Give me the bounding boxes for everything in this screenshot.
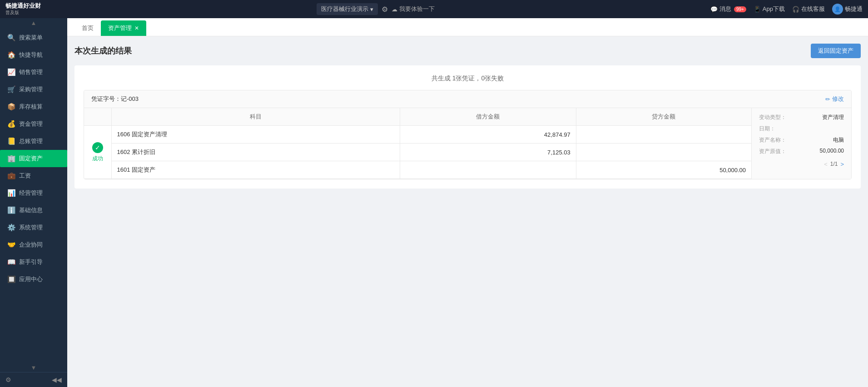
side-change-type: 变动类型： 资产清理	[759, 114, 844, 121]
tab-asset-mgmt[interactable]: 资产管理 ✕	[101, 20, 146, 36]
page-title: 本次生成的结果	[74, 45, 132, 56]
cell-subject-0: 1606 固定资产清理	[111, 126, 400, 144]
nav-icon-purchase: 🛒	[7, 85, 15, 94]
nav-label-enterprise: 企业协同	[19, 241, 43, 249]
settings-icon-btn[interactable]: ⚙	[382, 5, 388, 14]
logo: 畅捷通好业财 普及版	[5, 2, 41, 16]
cell-credit-2: 50,000.00	[576, 161, 751, 179]
dropdown-icon: ▾	[370, 6, 373, 13]
topbar-center: 医疗器械行业演示 ▾ ⚙ ☁ 我要体验一下	[317, 3, 435, 15]
side-pagination: < 1/1 >	[759, 161, 844, 168]
subject-code-2[interactable]: 1601 固定资产	[117, 166, 156, 173]
asset-name-label: 资产名称：	[759, 136, 786, 144]
topbar: 畅捷通好业财 普及版 医疗器械行业演示 ▾ ⚙ ☁ 我要体验一下 💬 消息 99…	[0, 0, 868, 18]
nav-label-inventory: 库存核算	[19, 103, 43, 111]
th-credit: 贷方金额	[576, 108, 751, 126]
sidebar-collapse-icon[interactable]: ◀◀	[52, 376, 62, 383]
sidebar-item-guide[interactable]: 📖新手引导	[0, 253, 67, 271]
nav-label-guide: 新手引导	[19, 258, 43, 266]
sidebar-item-purchase[interactable]: 🛒采购管理	[0, 81, 67, 98]
nav-icon-fixed-assets: 🏢	[7, 154, 15, 163]
th-subject: 科目	[111, 108, 400, 126]
tabs-bar: 首页 资产管理 ✕	[67, 18, 868, 36]
return-btn[interactable]: 返回固定资产	[811, 44, 861, 58]
sidebar-item-base-info[interactable]: ℹ️基础信息	[0, 202, 67, 219]
asset-value-label: 资产原值：	[759, 148, 786, 155]
nav-icon-funds: 💰	[7, 120, 15, 128]
logo-main: 畅捷通好业财	[5, 2, 41, 10]
sidebar: ▲ 🔍搜索菜单🏠快捷导航📈销售管理🛒采购管理📦库存核算💰资金管理📒总账管理🏢固定…	[0, 18, 67, 387]
nav-icon-ledger: 📒	[7, 137, 15, 145]
sidebar-scroll-up[interactable]: ▲	[0, 18, 67, 27]
online-service-label: 在线客服	[801, 5, 825, 13]
table-row: 1601 固定资产50,000.00	[84, 161, 751, 179]
tab-close-icon[interactable]: ✕	[134, 25, 139, 31]
cell-debit-1: 7,125.03	[400, 144, 576, 161]
voucher-body: 科目 借方金额 贷方金额 ✓ 成功 1606 固定资产清理42,874.9716…	[84, 108, 851, 179]
prev-page-btn[interactable]: <	[824, 161, 828, 168]
main-area: 首页 资产管理 ✕ 本次生成的结果 返回固定资产 共生成 1张凭证，0张失败 凭…	[67, 18, 868, 387]
side-asset-name: 资产名称： 电脑	[759, 136, 844, 144]
cell-credit-0	[576, 126, 751, 144]
sidebar-settings-icon[interactable]: ⚙	[5, 376, 11, 383]
sidebar-scroll-down[interactable]: ▼	[0, 363, 67, 372]
sidebar-item-app-center[interactable]: 🔲应用中心	[0, 271, 67, 288]
nav-label-salary: 工资	[19, 172, 31, 180]
nav-icon-operations: 📊	[7, 189, 15, 197]
experience-label: 我要体验一下	[399, 5, 435, 13]
messages-btn[interactable]: 💬 消息 99+	[710, 5, 746, 13]
user-menu[interactable]: 👤 畅捷通	[832, 4, 863, 15]
sidebar-item-quick-nav[interactable]: 🏠快捷导航	[0, 46, 67, 64]
avatar: 👤	[832, 4, 843, 15]
edit-btn[interactable]: ✏ 修改	[825, 95, 844, 103]
company-name: 医疗器械行业演示	[321, 5, 368, 13]
mobile-icon: 📱	[754, 6, 761, 13]
sidebar-item-ledger[interactable]: 📒总账管理	[0, 133, 67, 150]
sidebar-item-funds[interactable]: 💰资金管理	[0, 115, 67, 133]
voucher-table-wrap: 科目 借方金额 贷方金额 ✓ 成功 1606 固定资产清理42,874.9716…	[84, 108, 751, 179]
sidebar-item-inventory[interactable]: 📦库存核算	[0, 98, 67, 115]
message-icon: 💬	[710, 6, 718, 13]
nav-label-system: 系统管理	[19, 223, 43, 232]
change-type-label: 变动类型：	[759, 114, 786, 121]
nav-icon-salary: 💼	[7, 172, 15, 180]
cell-debit-2	[400, 161, 576, 179]
sidebar-item-salary[interactable]: 💼工资	[0, 167, 67, 184]
nav-icon-search: 🔍	[7, 34, 15, 42]
subject-code-0[interactable]: 1606 固定资产清理	[117, 131, 168, 138]
cloud-icon: ☁	[392, 6, 397, 13]
cell-subject-2: 1601 固定资产	[111, 161, 400, 179]
nav-label-purchase: 采购管理	[19, 85, 43, 94]
result-panel: 共生成 1张凭证，0张失败 凭证字号：记-003 ✏ 修改	[74, 65, 861, 189]
next-page-btn[interactable]: >	[840, 161, 844, 168]
sidebar-bottom: ⚙ ◀◀	[0, 372, 67, 387]
nav-icon-system: ⚙️	[7, 223, 15, 232]
table-row: 1602 累计折旧7,125.03	[84, 144, 751, 161]
nav-icon-sales: 📈	[7, 68, 15, 76]
experience-btn[interactable]: ☁ 我要体验一下	[392, 5, 435, 13]
date-label: 日期：	[759, 125, 775, 133]
sidebar-item-sales[interactable]: 📈销售管理	[0, 64, 67, 81]
nav-label-sales: 销售管理	[19, 68, 43, 76]
tab-home[interactable]: 首页	[74, 20, 101, 36]
nav-icon-quick-nav: 🏠	[7, 51, 15, 59]
subject-code-1[interactable]: 1602 累计折旧	[117, 149, 156, 155]
sidebar-item-enterprise[interactable]: 🤝企业协同	[0, 236, 67, 253]
nav-label-quick-nav: 快捷导航	[19, 51, 43, 59]
sidebar-item-system[interactable]: ⚙️系统管理	[0, 219, 67, 236]
app-download-btn[interactable]: 📱 App下载	[754, 5, 785, 13]
company-selector[interactable]: 医疗器械行业演示 ▾	[317, 3, 378, 15]
sidebar-item-fixed-assets[interactable]: 🏢固定资产	[0, 150, 67, 167]
sidebar-item-search[interactable]: 🔍搜索菜单	[0, 29, 67, 46]
page-content: 本次生成的结果 返回固定资产 共生成 1张凭证，0张失败 凭证字号：记-003 …	[67, 36, 868, 387]
logo-sub: 普及版	[5, 10, 41, 16]
nav-label-operations: 经营管理	[19, 189, 43, 197]
voucher-side: 变动类型： 资产清理 日期： 资产名称： 电脑	[751, 108, 851, 179]
online-service-btn[interactable]: 🎧 在线客服	[792, 5, 825, 13]
tab-asset-mgmt-label: 资产管理	[108, 24, 132, 32]
sidebar-item-operations[interactable]: 📊经营管理	[0, 184, 67, 202]
nav-label-search: 搜索菜单	[19, 34, 43, 42]
voucher-section: 凭证字号：记-003 ✏ 修改	[84, 90, 852, 179]
side-asset-value: 资产原值： 50,000.00	[759, 148, 844, 155]
th-debit: 借方金额	[400, 108, 576, 126]
